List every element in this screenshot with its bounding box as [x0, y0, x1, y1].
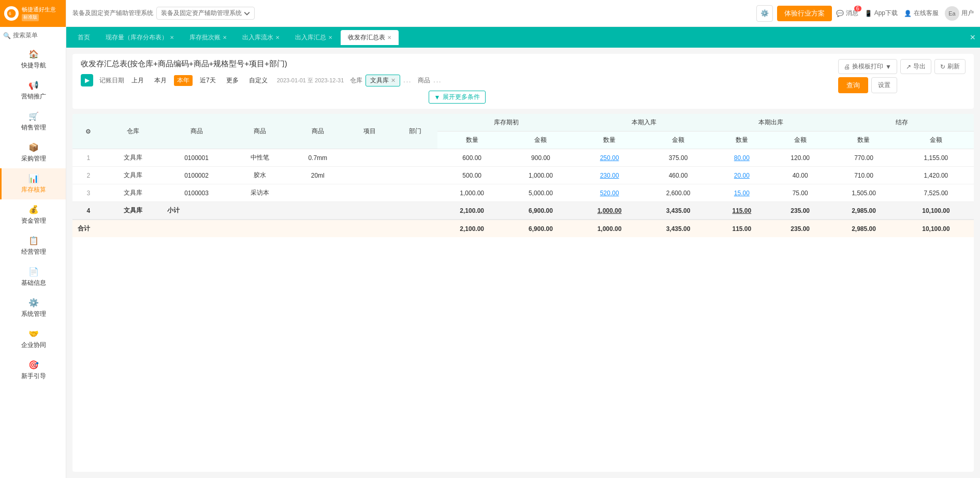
expand-conditions-button[interactable]: ▼ 展开更多条件 — [429, 91, 486, 104]
col-project: 项目 — [347, 114, 392, 149]
cell-in-qty[interactable]: 520.00 — [575, 184, 644, 202]
settings-btn[interactable]: 设置 — [871, 77, 897, 93]
cell-in-qty[interactable]: 250.00 — [575, 149, 644, 167]
sidebar-item-quick[interactable]: 🏠 快捷导航 — [0, 44, 66, 75]
sidebar-item-basic[interactable]: 📄 基础信息 — [0, 262, 66, 293]
row-number: 3 — [72, 184, 105, 202]
tab-summary[interactable]: 出入库汇总 ✕ — [288, 30, 340, 45]
subtotal-opening-qty: 2,100.00 — [437, 202, 506, 220]
tab-flow[interactable]: 出入库流水 ✕ — [235, 30, 287, 45]
main-area: 装备及固定资产辅助管理系统 装备及固定资产辅助管理系统 ⚙️ 体验行业方案 💬 … — [66, 0, 980, 478]
cell-project — [347, 167, 392, 184]
cell-in-qty[interactable]: 230.00 — [575, 167, 644, 184]
sidebar-item-sales[interactable]: 🛒 销售管理 — [0, 106, 66, 137]
tabbar: 首页 现存量（库存分布表） ✕ 库存批次账 ✕ 出入库流水 ✕ 出入库汇总 ✕ … — [66, 27, 980, 48]
tab-home[interactable]: 首页 — [70, 30, 97, 45]
col-out: 本期出库 — [712, 114, 829, 132]
tab-inventory[interactable]: 现存量（库存分布表） ✕ — [98, 30, 181, 45]
footer-closing-amt: 10,100.00 — [898, 220, 974, 237]
cell-closing-amt: 7,525.00 — [898, 184, 974, 202]
template-icon: 🖨 — [844, 63, 850, 70]
cell-department — [392, 184, 438, 202]
subtotal-out-qty[interactable]: 115.00 — [712, 202, 771, 220]
date-btn-more[interactable]: 更多 — [223, 75, 242, 86]
tab-close-icon[interactable]: ✕ — [223, 35, 227, 40]
cell-out-qty[interactable]: 80.00 — [712, 149, 771, 167]
warehouse-tag: 文具库 ✕ — [365, 75, 400, 86]
app-subtitle: 标准版 — [22, 14, 39, 21]
tab-close-all-icon[interactable]: ✕ — [970, 33, 976, 41]
finance-icon: 💰 — [28, 205, 39, 214]
cell-department — [392, 149, 438, 167]
footer-closing-qty: 2,985.00 — [829, 220, 898, 237]
cell-out-qty[interactable]: 20.00 — [712, 167, 771, 184]
purchase-icon: 📦 — [28, 142, 39, 152]
query-button[interactable]: 查询 — [838, 77, 868, 93]
topbar-right: 💬 消息 6 📱 App下载 👤 在线客服 Ea 用户 — [836, 6, 974, 21]
sidebar-item-marketing[interactable]: 📢 营销推广 — [0, 75, 66, 106]
sidebar-item-guide[interactable]: 🎯 新手引导 — [0, 355, 66, 386]
footer-opening-amt: 6,900.00 — [506, 220, 575, 237]
cell-out-qty[interactable]: 15.00 — [712, 184, 771, 202]
sidebar-item-enterprise[interactable]: 🤝 企业协同 — [0, 324, 66, 355]
cell-product-spec — [288, 184, 347, 202]
system-selector[interactable]: 装备及固定资产辅助管理系统 — [156, 7, 255, 20]
tab-collect[interactable]: 收发存汇总表 ✕ — [341, 30, 399, 45]
sidebar-item-system[interactable]: ⚙️ 系统管理 — [0, 293, 66, 324]
product-more[interactable]: ... — [433, 77, 442, 84]
date-filter-label: 记账日期 — [99, 76, 124, 85]
col-product-name: 商品 — [231, 114, 288, 149]
col-warehouse: 仓库 — [105, 114, 162, 149]
cell-product-code: 0100003 — [162, 184, 231, 202]
template-print-button[interactable]: 🖨 换模板打印 ▼ — [838, 59, 897, 74]
sales-icon: 🛒 — [28, 111, 39, 121]
footer-opening-qty: 2,100.00 — [437, 220, 506, 237]
tab-close-icon[interactable]: ✕ — [275, 35, 280, 40]
col-in-qty: 数量 — [575, 132, 644, 149]
tab-close-icon[interactable]: ✕ — [170, 35, 174, 40]
export-icon: ↗ — [906, 63, 911, 70]
tab-close-icon[interactable]: ✕ — [328, 35, 332, 40]
sidebar-item-label: 新手引导 — [21, 372, 46, 381]
warehouse-tag-close[interactable]: ✕ — [391, 77, 396, 84]
cell-closing-amt: 1,155.00 — [898, 149, 974, 167]
sidebar-item-finance[interactable]: 💰 资金管理 — [0, 199, 66, 230]
tab-batch[interactable]: 库存批次账 ✕ — [182, 30, 234, 45]
table-subtotal-row: 4 文具库 小计 2,100.00 6,900.00 1,000.00 3,43… — [72, 202, 974, 220]
sidebar-item-search[interactable]: 🔍 搜索菜单 — [0, 27, 66, 44]
date-btn-this-month[interactable]: 本月 — [151, 75, 170, 86]
service-label: 在线客服 — [914, 9, 939, 18]
sidebar-item-purchase[interactable]: 📦 采购管理 — [0, 137, 66, 168]
online-service-item[interactable]: 👤 在线客服 — [904, 9, 939, 18]
date-btn-custom[interactable]: 自定义 — [246, 75, 271, 86]
refresh-button[interactable]: ↻ 刷新 — [934, 59, 966, 74]
date-btn-7days[interactable]: 近7天 — [197, 75, 219, 86]
col-settings[interactable]: ⚙ — [72, 114, 105, 149]
service-icon: 👤 — [904, 10, 912, 17]
topbar: 装备及固定资产辅助管理系统 装备及固定资产辅助管理系统 ⚙️ 体验行业方案 💬 … — [66, 0, 980, 27]
table-settings-icon[interactable]: ⚙ — [85, 128, 91, 135]
sidebar-item-inventory[interactable]: 📊 库存核算 — [0, 168, 66, 199]
settings-button[interactable]: ⚙️ — [756, 5, 773, 22]
subtotal-warehouse: 文具库 — [105, 202, 162, 220]
user-item[interactable]: Ea 用户 — [945, 6, 974, 21]
date-range-display: 2023-01-01 至 2023-12-31 — [277, 77, 344, 84]
sidebar-item-label: 基础信息 — [21, 279, 46, 287]
data-table-container: ⚙ 仓库 商品 商品 商品 项目 部门 库存期初 本期入库 本期出库 结存 — [72, 114, 974, 472]
date-btn-this-year[interactable]: 本年 — [174, 75, 193, 86]
app-download-item[interactable]: 📱 App下载 — [865, 9, 898, 18]
warehouse-more[interactable]: ... — [403, 77, 412, 84]
chevron-down-icon: ▼ — [885, 63, 891, 70]
message-item[interactable]: 💬 消息 6 — [836, 9, 858, 18]
date-btn-last-month[interactable]: 上月 — [128, 75, 147, 86]
filter-expand-arrow[interactable]: ▶ — [81, 74, 93, 86]
cell-out-amt: 75.00 — [771, 184, 829, 202]
footer-label: 合计 — [72, 220, 437, 237]
col-closing: 结存 — [829, 114, 974, 132]
sidebar-item-business[interactable]: 📋 经营管理 — [0, 230, 66, 262]
export-button[interactable]: ↗ 导出 — [900, 59, 931, 74]
sidebar-item-label: 营销推广 — [21, 92, 46, 101]
tab-close-icon[interactable]: ✕ — [387, 35, 391, 40]
experience-button[interactable]: 体验行业方案 — [777, 6, 832, 21]
subtotal-in-qty[interactable]: 1,000.00 — [575, 202, 644, 220]
